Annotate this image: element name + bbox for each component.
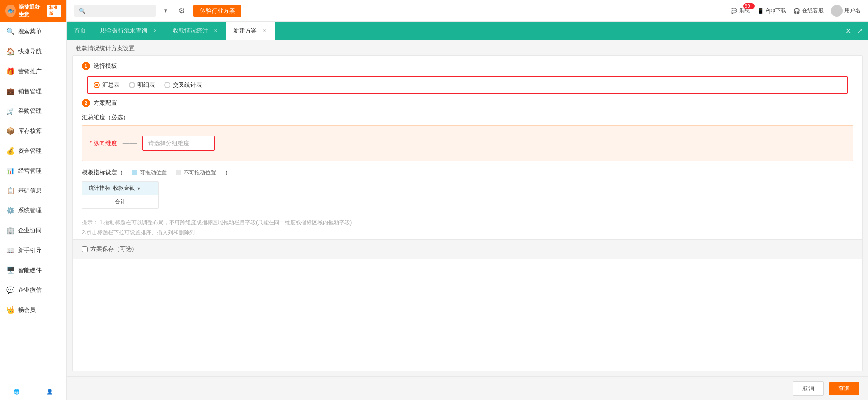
stats-header-row: 统计指标 收款金额 ▾	[82, 182, 158, 195]
message-btn[interactable]: 💬 消息 99+	[731, 7, 750, 14]
section2-header: 2 方案配置	[82, 95, 853, 112]
cancel-button[interactable]: 取消	[793, 381, 824, 396]
tab-cashflow[interactable]: 现金银行流水查询 ×	[93, 22, 165, 40]
industry-btn[interactable]: 体验行业方案	[193, 5, 241, 17]
dim-selector[interactable]: 请选择分组维度	[142, 136, 215, 151]
radio-summary[interactable]: 汇总表	[94, 81, 120, 89]
sidebar-item-purchase[interactable]: 🛒 采购管理	[0, 101, 66, 121]
tab-home[interactable]: 首页	[67, 22, 93, 40]
sidebar-item-hardware[interactable]: 🖥️ 智能硬件	[0, 260, 66, 280]
vertical-dim-label: * 纵向维度	[90, 139, 117, 147]
radio-detail-label: 明细表	[137, 81, 155, 89]
query-button[interactable]: 查询	[829, 382, 859, 395]
save-checkbox[interactable]	[82, 246, 88, 252]
section2-area: 2 方案配置 汇总维度（必选） * 纵向维度 —— 请选择分组维度 模板指标设定…	[73, 95, 862, 239]
sidebar-item-label: 营销推广	[18, 67, 42, 75]
sidebar-item-label: 基础信息	[18, 187, 42, 195]
sidebar-item-label: 库存核算	[18, 127, 42, 135]
download-btn[interactable]: 📱 App下载	[757, 7, 786, 14]
sidebar-item-search[interactable]: 🔍 搜索菜单	[0, 22, 66, 42]
sidebar-item-finance[interactable]: 💰 资金管理	[0, 141, 66, 161]
user-menu[interactable]: 用户名	[831, 5, 861, 17]
user-name: 用户名	[844, 7, 861, 14]
tab-newplan-label: 新建方案	[233, 27, 257, 35]
guide-icon: 📖	[6, 246, 14, 254]
tabbar-expand-icon[interactable]: ⤢	[855, 25, 864, 37]
sidebar-item-inventory[interactable]: 📦 库存核算	[0, 121, 66, 141]
tab-home-label: 首页	[74, 27, 86, 35]
sidebar-item-system[interactable]: ⚙️ 系统管理	[0, 201, 66, 221]
fixed-label: 不可拖动位置	[184, 169, 216, 177]
tab-newplan-close[interactable]: ×	[261, 28, 268, 34]
sidebar-logo: 🐟 畅捷通好生意 标准版	[0, 0, 66, 22]
sales-icon: 💼	[6, 87, 14, 95]
stats-table: 统计指标 收款金额 ▾ 合计	[82, 181, 159, 209]
search-icon: 🔍	[79, 8, 85, 14]
radio-cross-circle	[164, 82, 170, 88]
arrow-icon: ——	[123, 139, 137, 147]
bottom-bar: 取消 查询	[67, 376, 868, 400]
tabbar-close-icon[interactable]: ✕	[844, 25, 853, 37]
dim-section-label: 汇总维度（必选）	[82, 112, 853, 125]
sidebar-bottom: 🌐 👤	[0, 383, 66, 400]
radio-detail-circle	[129, 82, 135, 88]
message-icon: 💬	[731, 8, 737, 14]
radio-cross-label: 交叉统计表	[173, 81, 202, 89]
service-icon: 🎧	[793, 8, 800, 14]
tab-newplan[interactable]: 新建方案 ×	[226, 22, 275, 40]
tab-collection-label: 收款情况统计	[173, 27, 208, 35]
purchase-icon: 🛒	[6, 107, 14, 115]
template-options: 汇总表 明细表 交叉统计表	[94, 81, 202, 89]
sidebar-item-marketing[interactable]: 🎁 营销推广	[0, 61, 66, 81]
sidebar-item-quicknav[interactable]: 🏠 快捷导航	[0, 42, 66, 61]
service-btn[interactable]: 🎧 在线客服	[793, 7, 824, 14]
sidebar-item-operations[interactable]: 📊 经营管理	[0, 161, 66, 181]
form-area: 1 选择模板 汇总表 明细表	[72, 55, 863, 371]
breadcrumb: 收款情况统计方案设置	[76, 45, 135, 52]
sidebar-item-enterprise[interactable]: 🏢 企业协同	[0, 221, 66, 240]
movable-dot	[132, 170, 137, 175]
sidebar-item-sales[interactable]: 💼 销售管理	[0, 81, 66, 101]
settings-icon[interactable]: ⚙	[175, 5, 188, 17]
tip1-text: 提示： 1.拖动标题栏可以调整布局，不可跨维度或指标区域拖动栏目字段(只能在同一…	[82, 218, 853, 228]
sidebar-item-guide[interactable]: 📖 新手引导	[0, 240, 66, 260]
tip2-text: 2.点击标题栏下拉可设置排序、插入列和删除列	[82, 228, 853, 238]
sidebar-item-wechat[interactable]: 💬 企业微信	[0, 280, 66, 300]
indicators-label-row: 模板指标设定（ 可拖动位置 不可拖动位置 ）	[82, 169, 853, 177]
sidebar-item-basics[interactable]: 📋 基础信息	[0, 181, 66, 201]
sidebar-item-label: 智能硬件	[18, 266, 42, 274]
main-area: 🔍 ▾ ⚙ 体验行业方案 💬 消息 99+ 📱 App下载 🎧 在线客服 用户名	[67, 0, 868, 400]
radio-summary-label: 汇总表	[102, 81, 120, 89]
logo-icon: 🐟	[5, 5, 16, 17]
content-area: 收款情况统计方案设置 1 选择模板 汇总表	[67, 40, 868, 400]
sidebar-item-label: 新手引导	[18, 246, 42, 254]
sidebar-item-label: 企业微信	[18, 286, 42, 294]
logo-text: 畅捷通好生意	[19, 3, 45, 19]
section1-title: 选择模板	[94, 62, 117, 70]
wechat-icon: 💬	[6, 286, 14, 294]
top-header: 🔍 ▾ ⚙ 体验行业方案 💬 消息 99+ 📱 App下载 🎧 在线客服 用户名	[67, 0, 868, 22]
stats-total-row: 合计	[82, 195, 158, 208]
sidebar: 🐟 畅捷通好生意 标准版 🔍 搜索菜单 🏠 快捷导航 🎁 营销推广 💼 销售管理…	[0, 0, 67, 400]
tab-cashflow-label: 现金银行流水查询	[100, 27, 147, 35]
search-box[interactable]: 🔍	[74, 5, 156, 17]
search-icon: 🔍	[6, 28, 14, 36]
sidebar-bottom-btn-right[interactable]: 👤	[43, 387, 57, 396]
section2-title: 方案配置	[94, 99, 117, 107]
tip1: 提示： 1.拖动标题栏可以调整布局，不可跨维度或指标区域拖动栏目字段(只能在同一…	[82, 214, 853, 239]
page-header: 收款情况统计方案设置	[67, 40, 868, 55]
tab-collection[interactable]: 收款情况统计 ×	[165, 22, 226, 40]
sidebar-item-label: 销售管理	[18, 87, 42, 95]
stats-dropdown-icon[interactable]: ▾	[137, 185, 140, 192]
tab-cashflow-close[interactable]: ×	[152, 28, 158, 34]
tabbar-right: ✕ ⤢	[844, 25, 868, 37]
sidebar-item-label: 搜索菜单	[18, 28, 42, 36]
indicators-section: 模板指标设定（ 可拖动位置 不可拖动位置 ）	[82, 169, 853, 239]
sidebar-item-label: 系统管理	[18, 207, 42, 215]
tab-collection-close[interactable]: ×	[212, 28, 219, 34]
sidebar-item-member[interactable]: 👑 畅会员	[0, 300, 66, 320]
radio-detail[interactable]: 明细表	[129, 81, 155, 89]
radio-cross[interactable]: 交叉统计表	[164, 81, 202, 89]
sidebar-bottom-btn-left[interactable]: 🌐	[10, 387, 24, 396]
header-dropdown-btn[interactable]: ▾	[161, 6, 170, 15]
